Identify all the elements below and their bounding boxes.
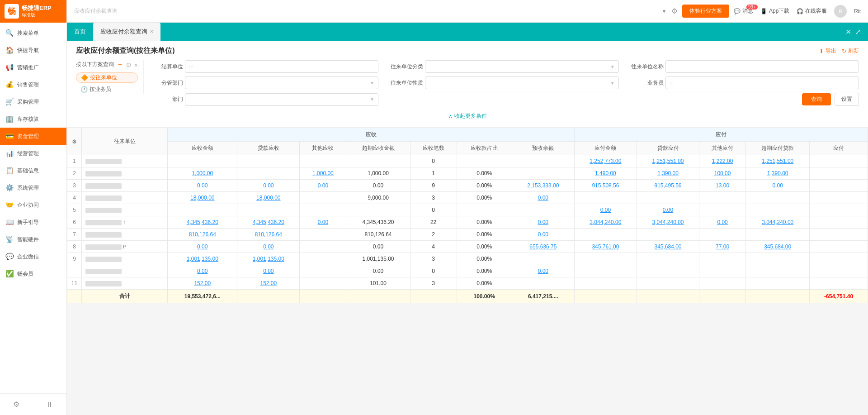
filter-jiesuan: 结算单位 ··· [149,60,378,73]
filter-partner-name: 往来单位名称 [630,60,859,73]
member-icon: ✅ [5,270,14,278]
col-ar-overdue: 超期应收金额 [346,142,410,155]
filter-action-buttons: 查询 设置 [630,93,859,106]
close-window-icon[interactable]: ✕ [845,28,851,36]
footer-ap-extra: -654,751.40 [810,290,868,303]
scheme-by-salesman[interactable]: 🕐 按业务员 [76,85,138,94]
col-ap-other: 其他应付 [699,142,746,155]
table-row: 9 1,001,135.00 1,001,135.00 1,001,135.00… [67,253,868,265]
export-button[interactable]: ⬆ 导出 [819,47,836,55]
col-ap-extra: 应付 [810,142,868,155]
system-icon: ⚙️ [5,184,14,192]
filter-row-3: 部门 ▼ 查询 设置 [149,93,859,106]
sidebar-item-wechat[interactable]: 💬 企业微信 [0,248,66,265]
table-col-partner: 往来单位 [82,128,168,155]
settings-bottom-icon[interactable]: ⚙ [9,398,23,410]
sidebar-item-label: 销售管理 [17,81,39,89]
operation-icon: 📊 [5,149,14,157]
footer-ar-ratio: 100.00% [457,290,512,303]
sidebar-item-member[interactable]: ✅ 畅会员 [0,265,66,282]
app-label: App下载 [769,7,789,15]
sales-icon: 💰 [5,81,14,89]
col-ar-prepay: 预收余额 [512,142,574,155]
filter-jiesuan-label: 结算单位 [149,63,183,71]
tab-home[interactable]: 首页 [67,23,93,41]
collapse-sidebar-icon[interactable]: ⏸ [42,399,57,410]
guide-icon: 📖 [5,218,14,226]
col-ar-loan: 贷款应收 [237,142,300,155]
add-filter-icon[interactable]: ＋ [117,60,123,69]
solution-button[interactable]: 体验行业方案 [682,5,729,18]
collapse-filter-icon[interactable]: « [134,61,138,68]
filter-row-2: 分管部门 ▼ 往来单位性质 ▼ [149,76,859,89]
sidebar-item-purchase[interactable]: 🛒 采购管理 [0,93,66,110]
footer-settings [67,290,82,303]
tabbar: 首页 应收应付余额查询 × ✕ ⤢ [67,23,868,41]
sidebar-item-sales[interactable]: 💰 销售管理 [0,76,66,93]
app-download-button[interactable]: 📱 App下载 [760,7,789,15]
table-col-group-ap: 应付 [574,128,868,142]
sidebar-item-label: 畅会员 [17,270,33,278]
sidebar-item-hardware[interactable]: 📡 智能硬件 [0,231,66,248]
topbar-settings-icon[interactable]: ⚙ [671,7,678,15]
footer-ap-overdue [746,290,810,303]
sidebar-item-search[interactable]: 🔍 搜索菜单 [0,24,66,42]
tab-ar-query[interactable]: 应收应付余额查询 × [93,23,160,41]
filter-partner-category: 往来单位分类 ▼ [389,60,618,73]
footer-ar-other [300,290,346,303]
filter-partner-name-input[interactable] [665,60,859,73]
sidebar-item-operation[interactable]: 📊 经营管理 [0,145,66,162]
collapse-more-conditions[interactable]: ∧ 收起更多条件 [76,112,859,120]
service-label: 在线客服 [805,7,827,15]
refresh-label: 刷新 [848,47,859,55]
sidebar-item-enterprise[interactable]: 🤝 企业协同 [0,196,66,214]
table-row: 11 152.00 152.00 101.00 3 0.00% [67,277,868,290]
table-row: 2 1,000.00 1,000.00 1,000.00 1 0.00% 1,4… [67,167,868,180]
sidebar-item-finance[interactable]: 💳 资金管理 [0,128,66,145]
filter-partner-nature-select[interactable]: ▼ [425,76,618,89]
settings-filter-icon[interactable]: ⊙ [126,61,132,68]
topbar-chevron-icon[interactable]: ▼ [661,8,667,14]
filter-label-text: 按以下方案查询 [76,61,114,68]
finance-icon: 💳 [5,132,14,140]
query-button[interactable]: 查询 [802,93,831,105]
filter-dept-label: 分管部门 [149,79,183,87]
collapse-icon: ∧ [448,113,453,119]
purchase-icon: 🛒 [5,98,14,106]
collapse-label: 收起更多条件 [454,112,487,120]
sidebar-item-system[interactable]: ⚙️ 系统管理 [0,179,66,196]
filter-partner-cat-select[interactable]: ▼ [425,60,618,73]
filter-subdept-select[interactable]: ▼ [185,93,378,106]
col-ar-other: 其他应收 [300,142,346,155]
filter-salesman-input[interactable]: ··· [665,76,859,89]
sidebar-item-inventory[interactable]: 🏢 库存核算 [0,110,66,128]
user-avatar[interactable]: R [834,5,847,18]
sidebar-item-guide[interactable]: 📖 新手引导 [0,214,66,231]
online-service-button[interactable]: 🎧 在线客服 [797,7,827,15]
hardware-icon: 📡 [5,235,14,243]
filter-subdept: 部门 ▼ [149,93,378,106]
scheme-label1: 按往来单位 [90,74,117,81]
filter-jiesuan-input[interactable]: ··· [185,60,378,73]
scheme-by-partner[interactable]: 🔶 按往来单位 [76,72,138,83]
filter-dept-select[interactable]: ▼ [185,76,378,89]
table-row: 3 0.00 0.00 0.00 0.00 9 0.00% 2,153,333.… [67,180,868,192]
setting-button[interactable]: 设置 [835,93,859,106]
table-wrapper: ⚙ 往来单位 应收 应付 应收金额 贷款应收 其他应收 超期应收金额 应收笔数 … [67,128,868,303]
table-row: 1 0 1,252,773.00 1,251,551.00 1,222.00 1… [67,155,868,167]
sidebar-item-label: 智能硬件 [17,236,39,243]
refresh-button[interactable]: ↻ 刷新 [842,47,859,55]
maximize-icon[interactable]: ⤢ [855,28,861,36]
table-settings-col[interactable]: ⚙ [67,128,82,155]
tab-close-button[interactable]: × [150,29,153,35]
enterprise-icon: 🤝 [5,201,14,209]
sidebar-item-quick-nav[interactable]: 🏠 快捷导航 [0,42,66,59]
footer-ar-count [410,290,457,303]
message-button[interactable]: 💬 消息 99+ [734,7,753,15]
sidebar-item-marketing[interactable]: 📢 营销推广 [0,59,66,76]
sidebar-item-basic[interactable]: 📋 基础信息 [0,162,66,179]
table-row: 0.00 0.00 0.00 0 0.00% 0.00 [67,265,868,277]
home-icon: 🏠 [5,46,14,54]
col-ap-loan: 贷款应付 [637,142,699,155]
export-label: 导出 [826,47,836,55]
